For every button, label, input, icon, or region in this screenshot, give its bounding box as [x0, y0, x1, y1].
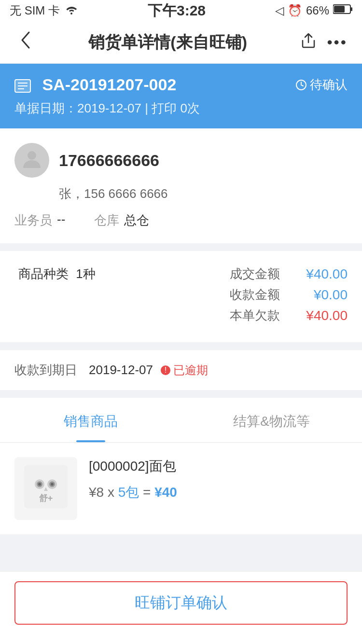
status-text: 待确认 — [310, 76, 348, 93]
salesperson-item: 业务员 -- — [14, 212, 65, 229]
page-title: 销货单详情(来自旺铺) — [88, 31, 247, 54]
wifi-icon — [65, 4, 78, 17]
nav-bar: 销货单详情(来自旺铺) ••• — [0, 21, 362, 64]
tab-settlement[interactable]: 结算&物流等 — [181, 398, 362, 442]
due-date: 2019-12-07 — [89, 363, 153, 378]
order-status-badge: 待确认 — [295, 76, 348, 93]
bottom-bar: 旺铺订单确认 — [0, 571, 362, 644]
summary-right: 成交金额 ¥40.00 收款金额 ¥0.00 本单欠款 ¥40.00 — [230, 266, 348, 328]
svg-rect-2 — [351, 7, 352, 11]
owed-value: ¥40.00 — [290, 308, 348, 323]
avatar — [14, 143, 49, 178]
order-id: SA-20191207-002 — [14, 75, 176, 94]
amount-row: 成交金额 ¥40.00 — [230, 266, 348, 282]
total-text: ¥40 — [154, 485, 177, 500]
status-left: 无 SIM 卡 — [10, 3, 78, 18]
svg-point-14 — [38, 483, 41, 486]
amount-label: 成交金额 — [230, 266, 280, 282]
salesperson-label: 业务员 — [14, 212, 52, 229]
back-button[interactable] — [14, 26, 36, 59]
customer-phone: 17666666666 — [59, 151, 159, 170]
tabs-section: 销售商品 结算&物流等 — [0, 398, 362, 443]
nav-actions: ••• — [300, 32, 348, 53]
order-header-card: SA-20191207-002 待确认 单据日期：2019-12-07 | 打印… — [0, 64, 362, 128]
due-date-section: 收款到期日 2019-12-07 ! 已逾期 — [0, 350, 362, 390]
order-icon — [14, 75, 38, 94]
owed-row: 本单欠款 ¥40.00 — [230, 307, 348, 324]
product-logo: 舒+ — [24, 465, 68, 513]
overdue-text: 已逾期 — [173, 363, 208, 378]
avatar-icon — [20, 147, 43, 174]
overdue-icon: ! — [161, 365, 170, 375]
product-type-item: 商品种类 1种 — [14, 266, 96, 282]
customer-meta: 业务员 -- 仓库 总仓 — [14, 212, 348, 229]
battery-icon — [333, 4, 352, 17]
svg-point-8 — [28, 151, 36, 160]
received-row: 收款金额 ¥0.00 — [230, 286, 348, 303]
status-time: 下午3:28 — [148, 1, 206, 21]
product-item: 舒+ [0000002]面包 ¥8 x 5包 = ¥40 — [14, 457, 348, 520]
price-text: ¥8 x — [89, 485, 118, 500]
product-name: [0000002]面包 — [89, 457, 348, 476]
status-right: ◁ ⏰ 66% — [275, 4, 352, 17]
no-sim-text: 无 SIM 卡 — [10, 3, 60, 18]
svg-rect-1 — [334, 6, 345, 13]
svg-text:舒+: 舒+ — [39, 493, 53, 503]
warehouse-value: 总仓 — [124, 212, 149, 229]
salesperson-value: -- — [57, 212, 65, 229]
location-icon: ◁ — [275, 4, 284, 17]
more-button[interactable]: ••• — [327, 33, 348, 51]
battery-text: 66% — [306, 4, 329, 17]
customer-section: 17666666666 张，156 6666 6666 业务员 -- 仓库 总仓 — [0, 128, 362, 243]
tab-products[interactable]: 销售商品 — [0, 398, 181, 442]
due-label: 收款到期日 — [14, 362, 77, 378]
alarm-icon: ⏰ — [288, 4, 302, 17]
confirm-order-button[interactable]: 旺铺订单确认 — [14, 581, 348, 625]
amount-value: ¥40.00 — [290, 266, 348, 282]
received-label: 收款金额 — [230, 286, 280, 303]
quantity-text: 5包 — [118, 485, 139, 500]
warehouse-item: 仓库 总仓 — [94, 212, 149, 229]
received-value: ¥0.00 — [290, 287, 348, 303]
product-thumbnail: 舒+ — [14, 457, 77, 520]
share-button[interactable] — [300, 32, 317, 53]
svg-point-15 — [51, 483, 54, 486]
product-section: 舒+ [0000002]面包 ¥8 x 5包 = ¥40 — [0, 443, 362, 534]
product-info: [0000002]面包 ¥8 x 5包 = ¥40 — [89, 457, 348, 502]
product-price: ¥8 x 5包 = ¥40 — [89, 483, 348, 502]
customer-name: 张，156 6666 6666 — [59, 185, 348, 202]
warehouse-label: 仓库 — [94, 212, 119, 229]
overdue-badge: ! 已逾期 — [161, 363, 208, 378]
summary-left: 商品种类 1种 — [14, 266, 96, 286]
summary-section: 商品种类 1种 成交金额 ¥40.00 收款金额 ¥0.00 本单欠款 ¥40.… — [0, 251, 362, 342]
status-bar: 无 SIM 卡 下午3:28 ◁ ⏰ 66% — [0, 0, 362, 21]
tabs-row: 销售商品 结算&物流等 — [0, 398, 362, 443]
owed-label: 本单欠款 — [230, 307, 280, 324]
order-date-info: 单据日期：2019-12-07 | 打印 0次 — [14, 100, 348, 117]
